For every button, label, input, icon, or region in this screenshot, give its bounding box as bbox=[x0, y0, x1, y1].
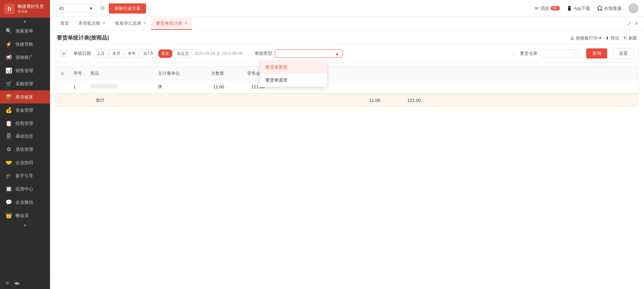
data-table-wrap: ⚙ 序号 商品 主计量单位 主数量 零售金额 bbox=[55, 67, 639, 107]
page-header: 要货单统计表(按商品) 🖨 按模板打印 ▾ ⬇ 导出 ↻ 刷新 bbox=[50, 30, 644, 44]
sidebar-item-guide[interactable]: 🎓 新手引导 bbox=[0, 169, 50, 182]
sidebar-nav: ▲ 🔍 搜索菜单 ⚡ 快捷导航 📢 营销推广 📊 销售管理 🛒 采购管理 📦 库… bbox=[0, 18, 50, 277]
message-icon: ✉ bbox=[535, 6, 539, 11]
sidebar-item-marketing[interactable]: 📢 营销推广 bbox=[0, 51, 50, 64]
topbar-left: 41 ▾ ⚙ 体验行业方案 bbox=[55, 3, 146, 14]
close-all-icon[interactable]: ✕ bbox=[634, 20, 639, 27]
sidebar-item-enterprise[interactable]: 🤝 企业协同 bbox=[0, 156, 50, 169]
sidebar-item-inventory[interactable]: 📦 库存核算 bbox=[0, 90, 50, 104]
tab-expand-area: ⤢ ✕ bbox=[627, 20, 639, 27]
app-download-label: App下载 bbox=[574, 5, 590, 12]
basics-icon: 🗄 bbox=[5, 133, 12, 139]
main-area: 41 ▾ ⚙ 体验行业方案 ✉ 消息 99+ 📱 App下载 🎧 在线客服 bbox=[50, 0, 644, 289]
guide-icon: 🎓 bbox=[5, 173, 12, 179]
refresh-btn[interactable]: ↻ 刷新 bbox=[623, 35, 637, 41]
type-filter-group: 单据类型 ▲ bbox=[255, 49, 508, 58]
print-icon: 🖨 bbox=[570, 36, 574, 41]
filter-divider-2: | bbox=[514, 51, 515, 56]
sidebar-item-operations[interactable]: 📋 经营管理 bbox=[0, 117, 50, 130]
avatar[interactable] bbox=[628, 3, 639, 14]
tab-receivable-summary-label: 收发存汇总表 bbox=[115, 20, 141, 26]
refresh-label: 刷新 bbox=[628, 35, 637, 41]
refresh-icon: ↻ bbox=[623, 36, 627, 41]
warehouse-filter-group: 要货仓库 … bbox=[520, 49, 581, 58]
sidebar-item-label: 经营管理 bbox=[16, 120, 33, 127]
app-center-icon: 🔲 bbox=[5, 186, 12, 192]
td-unit: 块 bbox=[154, 80, 188, 93]
messages-label: 消息 bbox=[540, 5, 549, 12]
online-service-btn[interactable]: 🎧 在线客服 bbox=[597, 5, 622, 12]
td-no: 1 bbox=[69, 80, 86, 93]
sidebar-item-wechat[interactable]: 💬 企业微信 bbox=[0, 196, 50, 209]
data-table: ⚙ 序号 商品 主计量单位 主数量 零售金额 bbox=[56, 67, 638, 93]
this-month-btn[interactable]: 本月 bbox=[109, 49, 123, 58]
warehouse-more-icon[interactable]: … bbox=[573, 51, 578, 56]
tab-order-stats[interactable]: 要货单统计表 ✕ bbox=[151, 18, 192, 30]
warehouse-filter-label: 要货仓库 bbox=[520, 50, 538, 57]
sidebar-item-label: 新手引导 bbox=[16, 173, 33, 179]
sidebar-header: b 畅捷通好生意 标准版 bbox=[0, 0, 50, 18]
tab-inventory-batch-close[interactable]: ✕ bbox=[102, 21, 105, 25]
online-service-label: 在线客服 bbox=[604, 5, 622, 12]
print-btn[interactable]: 🖨 按模板打印 ▾ bbox=[570, 35, 601, 41]
page-content: 要货单统计表(按商品) 🖨 按模板打印 ▾ ⬇ 导出 ↻ 刷新 bbox=[50, 30, 644, 289]
type-input[interactable] bbox=[278, 51, 335, 56]
company-name: 41 bbox=[59, 6, 64, 11]
sidebar-item-basics[interactable]: 🗄 基础信息 bbox=[0, 130, 50, 143]
sidebar-item-sales[interactable]: 📊 销售管理 bbox=[0, 64, 50, 77]
sidebar-item-system[interactable]: ⚙ 系统管理 bbox=[0, 143, 50, 156]
page-inner: 要货单统计表(按商品) 🖨 按模板打印 ▾ ⬇ 导出 ↻ 刷新 bbox=[50, 30, 644, 289]
messages-badge: 99+ bbox=[551, 6, 560, 10]
filter-divider: | bbox=[248, 51, 249, 56]
custom-btn[interactable]: 自定义 bbox=[174, 49, 192, 58]
sidebar-item-quick-nav[interactable]: ⚡ 快捷导航 bbox=[0, 38, 50, 51]
messages-btn[interactable]: ✉ 消息 99+ bbox=[535, 5, 560, 12]
tab-receivable-summary[interactable]: 收发存汇总表 ✕ bbox=[110, 18, 151, 30]
tab-home[interactable]: 首页 bbox=[55, 18, 74, 30]
sidebar-item-members[interactable]: 👑 畅会员 bbox=[0, 209, 50, 222]
sidebar-item-purchase[interactable]: 🛒 采购管理 bbox=[0, 77, 50, 90]
warehouse-selector[interactable]: … bbox=[540, 49, 581, 58]
query-btn[interactable]: 查询 bbox=[586, 48, 607, 59]
tab-receivable-close[interactable]: ✕ bbox=[143, 21, 146, 25]
settings-icon[interactable]: ⚙ bbox=[5, 281, 9, 286]
sales-icon: 📊 bbox=[5, 67, 12, 74]
topbar-gear-icon[interactable]: ⚙ bbox=[100, 5, 105, 12]
company-selector[interactable]: 41 ▾ bbox=[55, 4, 96, 13]
tab-order-stats-close[interactable]: ✕ bbox=[184, 21, 187, 25]
print-chevron[interactable]: ▾ bbox=[599, 36, 601, 41]
last-month-btn[interactable]: 上月 bbox=[94, 49, 108, 58]
sidebar-item-search[interactable]: 🔍 搜索菜单 bbox=[0, 24, 50, 38]
sidebar-item-finance[interactable]: 💰 资金管理 bbox=[0, 104, 50, 117]
app-download-btn[interactable]: 📱 App下载 bbox=[567, 5, 590, 12]
dropdown-item-0[interactable]: 要货单要货 bbox=[260, 61, 327, 74]
table-row: 1 块 11.00 121.00 bbox=[56, 80, 638, 93]
sidebar-item-label: 快捷导航 bbox=[16, 41, 33, 47]
product-placeholder bbox=[90, 84, 117, 89]
collapse-icon[interactable]: ◀▶ bbox=[14, 281, 20, 286]
more-btn[interactable]: 更多 bbox=[158, 49, 172, 58]
this-year-btn[interactable]: 本年 bbox=[125, 49, 139, 58]
app-subtitle: 标准版 bbox=[18, 9, 44, 14]
topbar-right: ✉ 消息 99+ 📱 App下载 🎧 在线客服 bbox=[535, 3, 639, 14]
type-chevron-up-icon[interactable]: ▲ bbox=[335, 51, 339, 56]
sidebar-item-label: 企业微信 bbox=[16, 199, 33, 205]
tab-inventory-batch[interactable]: 库存批次账 ✕ bbox=[74, 18, 110, 30]
date-btns: 上月 本月 本年 近7天 更多 自定义 bbox=[94, 49, 192, 58]
column-settings-icon[interactable]: ⚙ bbox=[61, 71, 65, 76]
sidebar-item-app-center[interactable]: 🔲 应用中心 bbox=[0, 182, 50, 196]
trial-btn[interactable]: 体验行业方案 bbox=[109, 3, 146, 14]
filter-toggle-btn[interactable]: » bbox=[60, 49, 68, 58]
dropdown-item-1[interactable]: 要货单退货 bbox=[260, 74, 327, 87]
scroll-up-arrow[interactable]: ▲ bbox=[0, 18, 50, 24]
scroll-down-arrow[interactable]: ▼ bbox=[0, 222, 50, 229]
type-input-wrap[interactable]: ▲ bbox=[275, 49, 342, 58]
sidebar-item-label: 采购管理 bbox=[16, 81, 33, 87]
members-icon: 👑 bbox=[5, 212, 12, 219]
filter-settings-btn[interactable]: 设置 bbox=[613, 48, 634, 59]
purchase-icon: 🛒 bbox=[5, 81, 12, 87]
download-icon: 📱 bbox=[567, 6, 572, 11]
last-7-days-btn[interactable]: 近7天 bbox=[140, 49, 157, 58]
export-btn[interactable]: ⬇ 导出 bbox=[605, 35, 619, 41]
expand-icon[interactable]: ⤢ bbox=[627, 20, 631, 27]
